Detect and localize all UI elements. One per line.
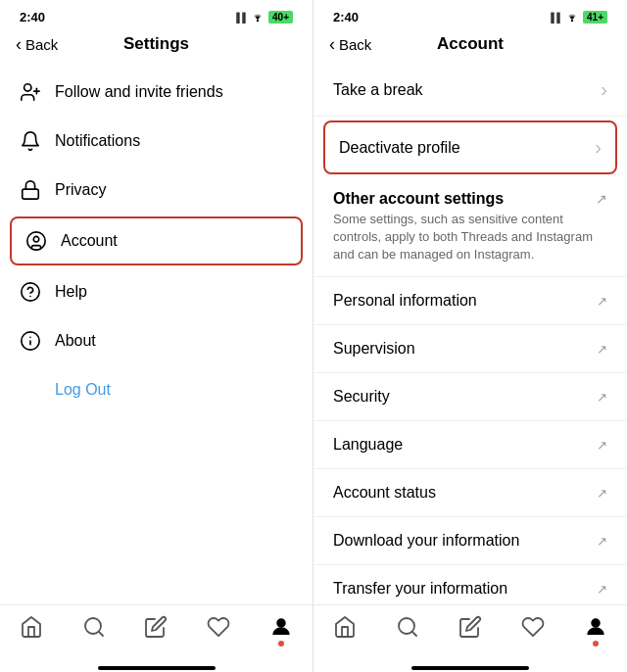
nav-heart-right[interactable] [521, 615, 545, 645]
menu-item-language[interactable]: Language [314, 421, 627, 469]
svg-point-1 [24, 84, 31, 91]
time-right: 2:40 [333, 10, 359, 24]
back-label-right: Back [339, 36, 371, 53]
search-icon-left [82, 615, 106, 645]
left-panel: 2:40 ‖‖ 40+ ‹ Back Settings [0, 0, 314, 672]
menu-item-logout[interactable]: Log Out [0, 365, 313, 414]
right-menu-list: Take a break Deactivate profile Other ac… [314, 64, 627, 604]
nav-header-left: ‹ Back Settings [0, 28, 313, 64]
download-info-label: Download your information [333, 532, 519, 550]
svg-line-17 [412, 632, 416, 636]
nav-heart-left[interactable] [207, 615, 230, 645]
back-button-left[interactable]: ‹ Back [16, 34, 58, 55]
help-label: Help [55, 283, 87, 301]
time-left: 2:40 [20, 10, 45, 24]
home-indicator-left [98, 666, 216, 670]
language-label: Language [333, 436, 403, 454]
download-info-external-icon [597, 532, 607, 550]
menu-item-personal-info[interactable]: Personal information [314, 277, 627, 325]
menu-item-take-break[interactable]: Take a break [314, 64, 627, 117]
menu-item-security[interactable]: Security [314, 373, 627, 421]
nav-home-right[interactable] [333, 615, 357, 645]
menu-item-privacy[interactable]: Privacy [0, 166, 313, 215]
status-bar-right: 2:40 ‖‖ 41+ [314, 0, 627, 28]
heart-icon-right [521, 615, 545, 645]
logout-icon [20, 379, 41, 401]
svg-point-7 [22, 283, 39, 301]
menu-item-follow[interactable]: Follow and invite friends [0, 68, 313, 117]
personal-info-label: Personal information [333, 292, 477, 310]
menu-item-about[interactable]: About [0, 316, 313, 365]
transfer-info-external-icon [597, 580, 607, 598]
nav-home-left[interactable] [20, 615, 43, 645]
security-label: Security [333, 388, 390, 406]
other-account-external-icon: ↗ [596, 191, 607, 207]
menu-item-account[interactable]: Account [10, 216, 303, 265]
take-break-chevron [601, 78, 607, 101]
personal-info-external-icon [597, 292, 607, 310]
signal-icon-left: ‖‖ [235, 11, 247, 24]
compose-icon-right [458, 615, 482, 645]
nav-profile-left[interactable] [269, 615, 293, 645]
back-label-left: Back [25, 36, 58, 53]
status-bar-left: 2:40 ‖‖ 40+ [0, 0, 313, 28]
nav-header-right: ‹ Back Account [314, 28, 627, 64]
menu-item-help[interactable]: Help [0, 267, 313, 316]
svg-point-5 [27, 232, 45, 250]
menu-item-other-account[interactable]: Other account settings ↗ Some settings, … [314, 178, 627, 277]
other-account-description: Some settings, such as sensitive content… [333, 211, 607, 264]
svg-point-6 [33, 236, 39, 242]
wifi-icon-right [565, 11, 579, 24]
bottom-nav-right [314, 604, 627, 662]
other-account-header: Other account settings ↗ [333, 190, 607, 208]
notifications-label: Notifications [55, 132, 140, 150]
nav-search-left[interactable] [82, 615, 106, 645]
page-title-right: Account [437, 34, 504, 54]
nav-compose-right[interactable] [458, 615, 482, 645]
back-chevron-right: ‹ [329, 34, 335, 55]
home-icon-left [20, 615, 43, 645]
home-icon-right [333, 615, 357, 645]
circle-person-icon [25, 230, 47, 252]
bottom-nav-left [0, 604, 313, 662]
menu-item-transfer-info[interactable]: Transfer your information [314, 565, 627, 604]
menu-list-left: Follow and invite friends Notifications … [0, 64, 313, 604]
bell-icon [20, 130, 41, 152]
menu-item-account-status[interactable]: Account status [314, 469, 627, 517]
take-break-label: Take a break [333, 81, 423, 99]
account-status-label: Account status [333, 484, 436, 502]
heart-icon-left [207, 615, 230, 645]
other-account-label: Other account settings [333, 190, 504, 208]
circle-info-icon [20, 330, 41, 352]
menu-item-supervision[interactable]: Supervision [314, 325, 627, 373]
about-label: About [55, 332, 96, 350]
signal-icon-right: ‖‖ [550, 11, 561, 24]
account-label: Account [61, 232, 118, 250]
deactivate-label: Deactivate profile [339, 139, 460, 157]
wifi-icon-left [251, 11, 265, 24]
profile-red-dot-right [593, 641, 599, 647]
svg-point-0 [257, 19, 259, 21]
supervision-label: Supervision [333, 340, 415, 358]
battery-right: 41+ [583, 11, 607, 24]
menu-item-notifications[interactable]: Notifications [0, 117, 313, 166]
nav-search-right[interactable] [396, 615, 419, 645]
transfer-info-label: Transfer your information [333, 580, 507, 598]
back-chevron-left: ‹ [16, 34, 22, 55]
nav-compose-left[interactable] [144, 615, 168, 645]
svg-rect-4 [23, 189, 39, 199]
security-external-icon [597, 388, 607, 406]
status-icons-right: ‖‖ 41+ [550, 11, 607, 24]
back-button-right[interactable]: ‹ Back [329, 34, 371, 55]
menu-item-deactivate[interactable]: Deactivate profile [323, 120, 617, 174]
nav-profile-right[interactable] [584, 615, 607, 645]
svg-point-15 [571, 19, 573, 21]
logout-label: Log Out [55, 381, 111, 399]
svg-point-14 [277, 619, 285, 627]
supervision-external-icon [597, 340, 607, 358]
deactivate-chevron [595, 136, 602, 159]
search-icon-right [396, 615, 419, 645]
menu-item-download-info[interactable]: Download your information [314, 517, 627, 565]
privacy-label: Privacy [55, 181, 106, 199]
lock-icon [20, 179, 41, 201]
